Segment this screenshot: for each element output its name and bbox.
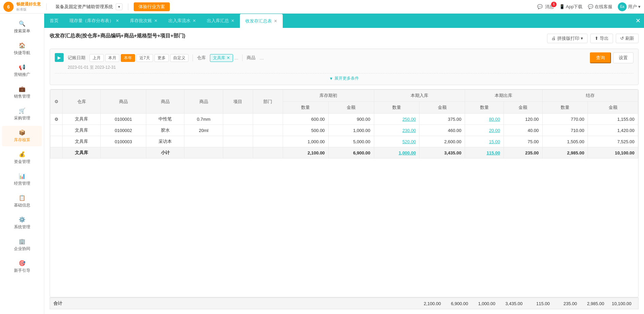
tab-bar-close[interactable]: ✕ — [635, 17, 644, 24]
tab-batch[interactable]: 库存批次账 ✕ — [125, 14, 163, 28]
cell-spec — [184, 147, 223, 159]
date-btn-this-month[interactable]: 本月 — [105, 54, 119, 62]
tab-inout-summary[interactable]: 出入库汇总 ✕ — [201, 14, 240, 28]
main-wrapper: 🔍 搜索菜单 🏠 快捷导航 📢 营销推广 💼 销售管理 🛒 采购管理 📦 — [0, 14, 644, 314]
in-qty-header: 数量 — [374, 102, 419, 114]
warehouse-more-btn[interactable]: ... — [234, 55, 238, 61]
footer-out-qty: 115.00 — [526, 301, 553, 306]
sidebar-item-label: 快捷导航 — [14, 50, 30, 56]
cell-out-qty[interactable]: 115.00 — [465, 147, 504, 159]
sidebar-item-basic-info[interactable]: 📋 基础信息 — [2, 191, 42, 212]
online-service[interactable]: 💬 在线客服 — [588, 4, 612, 10]
cell-in-qty[interactable]: 250.00 — [374, 114, 419, 125]
cell-closing-amt: 10,100.00 — [588, 147, 638, 159]
sidebar-item-purchase[interactable]: 🛒 采购管理 — [2, 104, 42, 125]
sidebar-item-quick-nav[interactable]: 🏠 快捷导航 — [2, 39, 42, 59]
sidebar-item-guide[interactable]: 🎯 新手引导 — [2, 257, 42, 277]
cell-out-amt: 40.00 — [503, 125, 542, 136]
sidebar-item-finance[interactable]: 💰 资金管理 — [2, 148, 42, 168]
system-dropdown[interactable]: ▾ — [116, 3, 122, 10]
message-icon-wrap[interactable]: 💬 6 消息 — [537, 4, 554, 10]
date-btn-custom[interactable]: 自定义 — [170, 54, 188, 62]
tab-recv-send-summary[interactable]: 收发存汇总表 ✕ — [240, 14, 283, 28]
basic-info-icon: 📋 — [19, 195, 26, 201]
tab-close-icon[interactable]: ✕ — [154, 18, 158, 23]
goods-label: 商品 — [247, 55, 255, 61]
refresh-icon: ↺ — [620, 36, 624, 41]
avatar-text: Ea — [620, 5, 624, 9]
print-button[interactable]: 🖨 拼接版打印 ▾ — [547, 34, 588, 43]
trial-button[interactable]: 体验行业方案 — [134, 2, 170, 11]
tab-recv-send-summary-label: 收发存汇总表 — [245, 18, 272, 24]
tab-home-label: 首页 — [50, 18, 59, 24]
cell-dept — [253, 136, 283, 147]
expand-more-btn[interactable]: ▼ 展开更多条件 — [55, 73, 633, 81]
message-icon: 💬 — [537, 4, 543, 9]
date-btn-prev-month[interactable]: 上月 — [89, 54, 104, 62]
cell-code: 0100001 — [101, 114, 146, 125]
tab-close-icon[interactable]: ✕ — [274, 19, 277, 23]
cell-closing-qty: 710.00 — [542, 125, 588, 136]
divider — [46, 3, 47, 10]
sidebar-item-operation[interactable]: 📊 经营管理 — [2, 169, 42, 190]
setting-button[interactable]: 设置 — [613, 52, 633, 63]
sidebar-item-enterprise[interactable]: 🏢 企业协同 — [2, 235, 42, 255]
cell-name: 中性笔 — [146, 114, 184, 125]
footer-out-amt: 235.00 — [553, 301, 580, 306]
opening-header: 库存期初 — [283, 90, 374, 102]
tab-close-icon[interactable]: ✕ — [116, 18, 119, 23]
cell-out-qty[interactable]: 80.00 — [465, 114, 504, 125]
export-button[interactable]: ⬆ 导出 — [590, 34, 613, 43]
cell-in-qty[interactable]: 520.00 — [374, 136, 419, 147]
app-download[interactable]: 📱 App下载 — [559, 4, 582, 10]
download-icon: 📱 — [559, 4, 565, 9]
warehouse-tag-close[interactable]: ✕ — [227, 55, 230, 60]
project-header: 项目 — [223, 90, 253, 114]
query-button[interactable]: 查询 — [590, 52, 611, 63]
tab-close-icon[interactable]: ✕ — [231, 18, 234, 23]
sidebar-item-marketing[interactable]: 📢 营销推广 — [2, 61, 42, 81]
sales-icon: 💼 — [19, 86, 26, 92]
tab-close-icon[interactable]: ✕ — [193, 18, 196, 23]
tab-inventory-dist-label: 现存量（库存分布表） — [69, 18, 114, 24]
message-badge: 6 — [551, 2, 557, 7]
sidebar-item-search[interactable]: 🔍 搜索菜单 — [2, 17, 42, 37]
cell-code — [101, 147, 146, 159]
sidebar-item-inventory[interactable]: 📦 库存核算 — [2, 126, 42, 146]
date-btn-this-year[interactable]: 本年 — [121, 54, 135, 62]
table-row: 文具库0100002胶水20ml500.001,000.00230.00460.… — [50, 125, 638, 136]
cell-out-qty[interactable]: 15.00 — [465, 136, 504, 147]
cell-in-amt: 2,600.00 — [419, 136, 465, 147]
sidebar-item-sales[interactable]: 💼 销售管理 — [2, 82, 42, 103]
cell-project — [223, 147, 253, 159]
opening-qty-header: 数量 — [283, 102, 328, 114]
cell-in-qty[interactable]: 1,000.00 — [374, 147, 419, 159]
date-btn-more[interactable]: 更多 — [154, 54, 169, 62]
refresh-button[interactable]: ↺ 刷新 — [616, 34, 639, 43]
footer-label: 合计 — [53, 300, 203, 307]
footer-in-qty: 1,000.00 — [472, 301, 499, 306]
divider2 — [128, 3, 128, 10]
tab-inout-flow[interactable]: 出入库流水 ✕ — [163, 14, 201, 28]
filter-row-main: ▶ 记账日期 上月 本月 本年 近7天 更多 自定义 — [55, 52, 633, 70]
cell-in-qty[interactable]: 230.00 — [374, 125, 419, 136]
sidebar-item-system[interactable]: ⚙️ 系统管理 — [2, 213, 42, 233]
avatar: Ea — [618, 2, 627, 11]
date-btn-7days[interactable]: 近7天 — [136, 54, 153, 62]
row-settings — [50, 136, 63, 147]
tab-inventory-dist[interactable]: 现存量（库存分布表） ✕ — [64, 14, 125, 28]
tab-home[interactable]: 首页 — [44, 14, 64, 28]
cell-closing-qty: 770.00 — [542, 114, 588, 125]
user-menu[interactable]: Ea 用户 ▾ — [618, 2, 641, 11]
filter-toggle-button[interactable]: ▶ — [55, 53, 64, 62]
cell-opening-amt: 900.00 — [328, 114, 374, 125]
row-settings[interactable]: ⚙ — [50, 114, 63, 125]
filter-bar: ▶ 记账日期 上月 本月 本年 近7天 更多 自定义 — [50, 49, 639, 85]
sidebar-item-label: 搜索菜单 — [14, 28, 30, 34]
goods-more-btn[interactable]: ... — [260, 55, 264, 61]
warehouse-tag: 文具库 ✕ — [210, 54, 233, 62]
cell-out-qty[interactable]: 20.00 — [465, 125, 504, 136]
warehouse-header: 仓库 — [63, 90, 101, 114]
sidebar-item-label: 库存核算 — [14, 137, 30, 143]
tab-inout-summary-label: 出入库汇总 — [207, 18, 229, 24]
